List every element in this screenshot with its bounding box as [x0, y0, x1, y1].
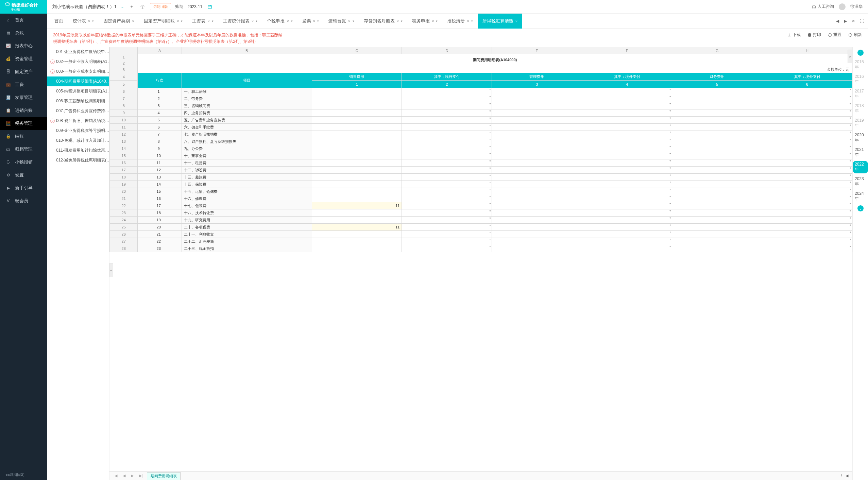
sidebar-item-tax[interactable]: 🧮税务管理 [0, 117, 47, 130]
data-cell[interactable] [402, 174, 492, 181]
tab[interactable]: 存货别名对照表×▾ [359, 14, 407, 29]
report-list-item[interactable]: ?011-研发费用加计扣除优惠… [47, 145, 109, 155]
data-cell[interactable] [762, 117, 852, 124]
data-cell[interactable] [492, 117, 582, 124]
data-cell[interactable] [312, 188, 402, 195]
data-cell[interactable] [672, 159, 762, 167]
tab-close-icon[interactable]: × [313, 19, 315, 23]
sheet-tab-dragger[interactable]: ⋮ [840, 474, 844, 478]
data-cell[interactable] [762, 231, 852, 238]
row-header[interactable]: 10 [110, 117, 138, 124]
row-header[interactable]: 3 [110, 66, 138, 73]
data-cell[interactable] [582, 195, 672, 202]
data-cell[interactable] [312, 159, 402, 167]
report-list-item[interactable]: ?004-期间费用明细表(A1040… [47, 76, 109, 86]
row-header[interactable]: 21 [110, 195, 138, 202]
data-cell[interactable] [402, 202, 492, 209]
report-list-item[interactable]: ?007-广告费和业务宣传费跨… [47, 106, 109, 116]
row-header[interactable]: 14 [110, 145, 138, 152]
data-cell[interactable] [312, 209, 402, 217]
sheet-tab-next[interactable]: ▶ [130, 474, 135, 478]
sidebar-item-home[interactable]: ⌂首页 [0, 14, 47, 27]
download-button[interactable]: 下载 [787, 32, 801, 38]
row-header[interactable]: 15 [110, 152, 138, 159]
data-cell[interactable] [762, 124, 852, 131]
consult-button[interactable]: 人工咨询 [812, 4, 834, 10]
data-cell[interactable] [312, 152, 402, 159]
print-button[interactable]: 打印 [807, 32, 821, 38]
data-cell[interactable] [492, 88, 582, 95]
report-list-item[interactable]: ?008-资产折旧、摊销及纳税… [47, 116, 109, 126]
data-cell[interactable] [672, 202, 762, 209]
tab-close-icon[interactable]: × [287, 19, 289, 23]
sidebar-item-settings[interactable]: ⚙设置 [0, 169, 47, 182]
sheet-tab-last[interactable]: ▶| [138, 474, 144, 478]
tab-close-icon[interactable]: × [207, 19, 209, 23]
help-icon[interactable]: ? [50, 119, 55, 123]
data-cell[interactable] [762, 181, 852, 188]
data-cell[interactable]: 11 [312, 224, 402, 231]
data-cell[interactable] [492, 159, 582, 167]
tab[interactable]: 工资统计报表×▾ [218, 14, 262, 29]
data-cell[interactable] [312, 195, 402, 202]
data-cell[interactable] [312, 245, 402, 252]
data-cell[interactable] [762, 159, 852, 167]
data-cell[interactable] [672, 167, 762, 174]
col-header[interactable]: H [762, 47, 852, 54]
data-cell[interactable] [582, 181, 672, 188]
sidebar-item-purchase[interactable]: 📋进销台账 [0, 104, 47, 117]
data-cell[interactable] [582, 109, 672, 117]
sheet-tab-prev[interactable]: ◀ [121, 474, 127, 478]
row-header[interactable]: 20 [110, 188, 138, 195]
data-cell[interactable] [762, 202, 852, 209]
tab-close-icon[interactable]: × [132, 19, 134, 23]
data-cell[interactable] [672, 188, 762, 195]
row-header[interactable]: 27 [110, 238, 138, 245]
tab-close-icon[interactable]: × [432, 19, 434, 23]
data-cell[interactable] [672, 138, 762, 145]
data-cell[interactable] [762, 109, 852, 117]
data-cell[interactable] [582, 95, 672, 102]
data-cell[interactable] [312, 109, 402, 117]
tab-close-icon[interactable]: × [515, 19, 517, 23]
help-icon[interactable]: ? [50, 69, 55, 74]
period-value[interactable]: 2023-11 [187, 4, 202, 9]
tab[interactable]: 税务申报×▾ [407, 14, 442, 29]
row-header[interactable]: 24 [110, 217, 138, 224]
data-cell[interactable] [672, 117, 762, 124]
data-cell[interactable] [492, 145, 582, 152]
data-cell[interactable] [402, 159, 492, 167]
year-item[interactable]: 2022年 [853, 161, 868, 173]
tab-scroll-left[interactable]: ◀ [835, 18, 840, 24]
data-cell[interactable] [402, 209, 492, 217]
data-cell[interactable] [312, 174, 402, 181]
year-item[interactable]: 2021年 [853, 146, 868, 159]
data-cell[interactable] [492, 131, 582, 138]
row-header[interactable]: 9 [110, 109, 138, 117]
data-cell[interactable] [402, 238, 492, 245]
data-cell[interactable] [672, 95, 762, 102]
data-cell[interactable] [492, 188, 582, 195]
tab[interactable]: 固定资产明细账×▾ [139, 14, 187, 29]
report-list-item[interactable]: ?010-免税、减计收入及加计… [47, 136, 109, 145]
report-list-item[interactable]: ?006-职工薪酬纳税调整明细… [47, 96, 109, 106]
col-header[interactable]: A [138, 47, 182, 54]
row-header[interactable]: 12 [110, 131, 138, 138]
add-account-button[interactable]: ＋ [128, 3, 135, 10]
sidebar-item-funds[interactable]: 💰资金管理 [0, 52, 47, 65]
data-cell[interactable] [312, 88, 402, 95]
report-list-item[interactable]: ?002-一般企业收入明细表(A1… [47, 57, 109, 67]
data-cell[interactable] [492, 138, 582, 145]
col-header[interactable]: F [582, 47, 672, 54]
tab-close-icon[interactable]: × [348, 19, 350, 23]
data-cell[interactable] [672, 124, 762, 131]
data-cell[interactable] [672, 109, 762, 117]
data-cell[interactable] [402, 181, 492, 188]
tab-close-icon[interactable]: × [252, 19, 254, 23]
year-down-button[interactable]: ⌄ [857, 205, 864, 211]
sheet-tab[interactable]: 期间费用明细表 [147, 472, 181, 480]
data-cell[interactable] [402, 102, 492, 109]
data-cell[interactable] [672, 181, 762, 188]
data-cell[interactable] [582, 124, 672, 131]
data-cell[interactable] [492, 195, 582, 202]
